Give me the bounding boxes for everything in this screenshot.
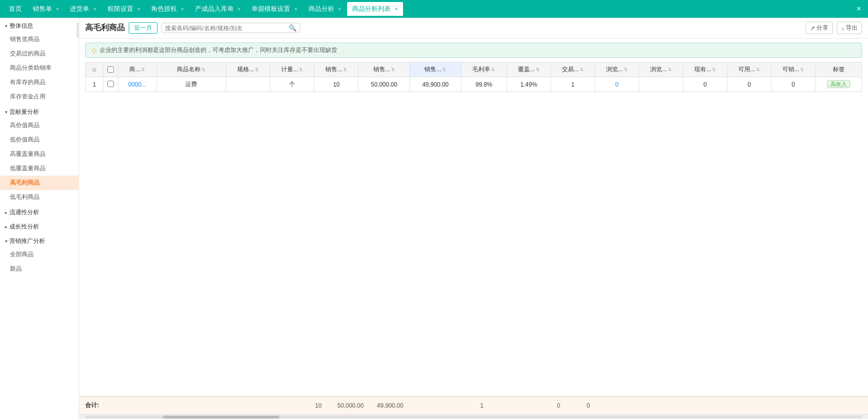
sort-sales2-icon[interactable]: ⇅ xyxy=(391,67,395,72)
nav-product-inbound[interactable]: 产成品入库单 × xyxy=(190,2,246,16)
sort-available-icon[interactable]: ⇅ xyxy=(756,67,760,72)
scrollbar-thumb[interactable] xyxy=(163,416,279,419)
nav-sales-order[interactable]: 销售单 × xyxy=(28,2,64,16)
col-code[interactable]: 商... ⇅ xyxy=(118,62,157,77)
sort-browse2-icon[interactable]: ⇅ xyxy=(668,67,672,72)
cell-browse2 xyxy=(639,77,683,92)
nav-permission-settings[interactable]: 权限设置 × xyxy=(102,2,145,16)
sort-sales3-icon[interactable]: ⇅ xyxy=(442,67,446,72)
col-index: ☆ xyxy=(86,62,103,77)
col-current[interactable]: 现有... ⇅ xyxy=(683,62,727,77)
cell-gross-rate: 99.8% xyxy=(461,77,507,92)
sort-unit-icon[interactable]: ⇅ xyxy=(299,67,303,72)
nav-close-product-inbound[interactable]: × xyxy=(238,6,241,12)
sidebar-item-in-stock-products[interactable]: 有库存的商品 xyxy=(0,75,79,90)
col-browse2[interactable]: 浏览... ⇅ xyxy=(639,62,683,77)
arrow-growth-icon: ▸ xyxy=(5,224,7,230)
sort-code-icon[interactable]: ⇅ xyxy=(141,67,145,72)
col-name[interactable]: 商品名称 ⇅ xyxy=(156,62,226,77)
export-icon: ↓ xyxy=(841,25,844,32)
sidebar-item-high-margin[interactable]: 高毛利商品 xyxy=(0,176,79,190)
select-all-checkbox[interactable] xyxy=(107,66,114,73)
export-button[interactable]: ↓ 导出 xyxy=(837,22,862,34)
footer-label: 合计: xyxy=(85,401,145,410)
sort-saleable-icon[interactable]: ⇅ xyxy=(800,67,804,72)
sidebar-item-new-products[interactable]: 新品 xyxy=(0,262,79,276)
col-checkbox[interactable] xyxy=(103,62,118,77)
cell-index: 1 xyxy=(86,77,103,92)
info-text: 企业的主要的利润都是这部分商品创造的，可考虑加大推广，同时关注库存是不要出现缺货 xyxy=(100,46,337,54)
table-header-row: ☆ 商... ⇅ 商品名称 xyxy=(86,62,862,77)
content-header: 高毛利商品 近一月 🔍 ↗ 分享 ↓ 导出 xyxy=(79,18,868,39)
time-filter-button[interactable]: 近一月 xyxy=(129,22,157,34)
col-transaction[interactable]: 交易... ⇅ xyxy=(551,62,595,77)
footer-sales1: 10 xyxy=(306,402,331,409)
sidebar-item-inventory-capital[interactable]: 库存资金占用 xyxy=(0,90,79,104)
nav-product-analysis[interactable]: 商品分析 × xyxy=(304,2,346,16)
col-sales2[interactable]: 销售... ⇅ xyxy=(358,62,410,77)
nav-close-product-analysis-list[interactable]: × xyxy=(395,6,398,12)
sort-gross-rate-icon[interactable]: ⇅ xyxy=(491,67,495,72)
cell-name: 运费 xyxy=(156,77,226,92)
nav-purchase-order[interactable]: 进货单 × xyxy=(65,2,101,16)
search-input[interactable] xyxy=(165,25,287,32)
col-browse1[interactable]: 浏览... ⇅ xyxy=(595,62,639,77)
col-sales1[interactable]: 销售... ⇅ xyxy=(314,62,358,77)
col-gross-rate[interactable]: 毛利率 ⇅ xyxy=(461,62,507,77)
sidebar-item-low-value[interactable]: 低价值商品 xyxy=(0,133,79,147)
nav-role-auth[interactable]: 角色授权 × xyxy=(146,2,189,16)
nav-home[interactable]: 首页 xyxy=(4,2,27,16)
nav-close-sales-order[interactable]: × xyxy=(56,6,59,12)
col-unit[interactable]: 计量... ⇅ xyxy=(270,62,314,77)
footer-sales2: 50,000.00 xyxy=(331,402,370,409)
row-checkbox[interactable] xyxy=(107,81,114,87)
sidebar-item-sales-overview[interactable]: 销售览商品 xyxy=(0,32,79,47)
sidebar-group-growth[interactable]: ▸ 成长性分析 xyxy=(0,219,79,233)
cell-browse1[interactable]: 0 xyxy=(595,77,639,92)
sort-browse1-icon[interactable]: ⇅ xyxy=(624,67,628,72)
col-saleable[interactable]: 可销... ⇅ xyxy=(771,62,816,77)
sidebar-item-category-sales-rate[interactable]: 商品分类助销率 xyxy=(0,61,79,75)
cell-sales1: 10 xyxy=(314,77,358,92)
sidebar-toggle-button[interactable]: « xyxy=(77,23,79,38)
sidebar-item-traded-products[interactable]: 交易过的商品 xyxy=(0,47,79,61)
sort-name-icon[interactable]: ⇅ xyxy=(202,67,205,72)
col-available[interactable]: 可用... ⇅ xyxy=(727,62,771,77)
cell-code[interactable]: 0000... xyxy=(118,77,157,92)
search-icon[interactable]: 🔍 xyxy=(289,24,297,32)
nav-template-settings[interactable]: 单据模板设置 × xyxy=(247,2,302,16)
col-sales3[interactable]: 销售... ⇅ xyxy=(410,62,461,77)
sidebar-group-marketing[interactable]: ▾ 营销推广分析 xyxy=(0,233,79,247)
nav-product-analysis-list[interactable]: 商品分析列表 × xyxy=(347,2,403,16)
cell-sales3: 49,900.00 xyxy=(410,77,461,92)
sidebar-group-overall[interactable]: ▾ 整体信息 xyxy=(0,18,79,32)
search-box: 🔍 xyxy=(161,23,300,33)
cell-spec xyxy=(226,77,270,92)
sidebar-group-liquidity[interactable]: ▸ 流通性分析 xyxy=(0,204,79,219)
cell-tag: 高收入 xyxy=(816,77,862,92)
page-title: 高毛利商品 xyxy=(85,23,125,33)
nav-close-role-auth[interactable]: × xyxy=(181,6,184,12)
sidebar-item-high-value[interactable]: 高价值商品 xyxy=(0,118,79,133)
sidebar-item-low-coverage[interactable]: 低覆盖量商品 xyxy=(0,161,79,176)
sort-spec-icon[interactable]: ⇅ xyxy=(255,67,259,72)
nav-close-product-analysis[interactable]: × xyxy=(338,6,341,12)
sort-sales1-icon[interactable]: ⇅ xyxy=(343,67,347,72)
close-window-button[interactable]: × xyxy=(854,4,864,13)
col-spec[interactable]: 规格... ⇅ xyxy=(226,62,270,77)
col-coverage[interactable]: 覆盖... ⇅ xyxy=(507,62,551,77)
nav-close-purchase-order[interactable]: × xyxy=(93,6,96,12)
sort-transaction-icon[interactable]: ⇅ xyxy=(580,67,584,72)
share-button[interactable]: ↗ 分享 xyxy=(806,22,833,34)
top-nav: 首页 销售单 × 进货单 × 权限设置 × 角色授权 × 产成品入库单 × 单据… xyxy=(0,0,868,18)
cell-checkbox[interactable] xyxy=(103,77,118,92)
sidebar-group-contribution[interactable]: ▾ 贡献量分析 xyxy=(0,104,79,118)
nav-close-template-settings[interactable]: × xyxy=(294,6,297,12)
horizontal-scrollbar[interactable] xyxy=(79,414,868,419)
sort-coverage-icon[interactable]: ⇅ xyxy=(536,67,540,72)
sort-current-icon[interactable]: ⇅ xyxy=(712,67,716,72)
sidebar-item-all-products[interactable]: 全部商品 xyxy=(0,247,79,262)
sidebar-item-low-margin[interactable]: 低毛利商品 xyxy=(0,190,79,204)
nav-close-permission-settings[interactable]: × xyxy=(137,6,140,12)
sidebar-item-high-coverage[interactable]: 高覆盖量商品 xyxy=(0,147,79,161)
